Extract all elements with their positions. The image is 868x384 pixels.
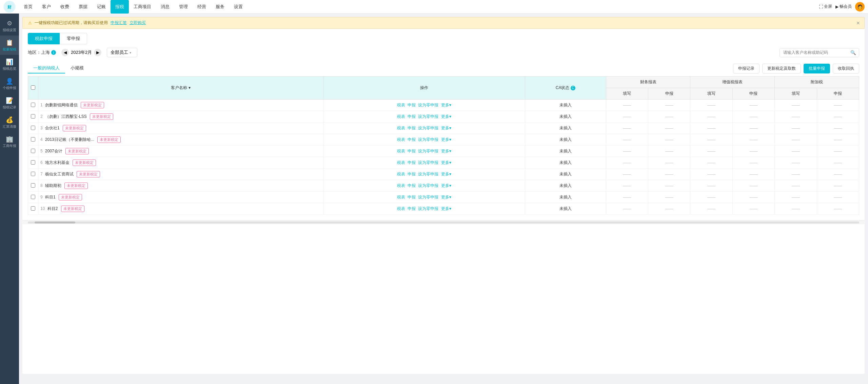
collect-return-button[interactable]: 收取回执 — [833, 64, 859, 73]
sidebar-item-tax-settings[interactable]: ⚙ 报税设置 — [0, 16, 19, 36]
row-op-more[interactable]: 更多▾ — [441, 126, 451, 130]
row-checkbox-5[interactable] — [31, 160, 35, 165]
select-all-checkbox[interactable] — [31, 85, 35, 90]
row-op-declare[interactable]: 申报 — [408, 195, 416, 199]
row-op-declare[interactable]: 申报 — [408, 172, 416, 176]
banner-buy-link[interactable]: 立即购买 — [130, 20, 146, 26]
row-op-zero-declare[interactable]: 设为零申报 — [418, 172, 438, 176]
sidebar-item-annual-settlement[interactable]: 💰 汇算清缴 — [0, 113, 19, 132]
row-checkbox-9[interactable] — [31, 206, 35, 211]
sidebar-item-personal-tax[interactable]: 👤 个税申报 — [0, 74, 19, 93]
row-op-tax-table[interactable]: 税表 — [397, 103, 405, 107]
row-op-zero-declare[interactable]: 设为零申报 — [418, 183, 438, 188]
row-op-tax-table[interactable]: 税表 — [397, 183, 405, 188]
table-header-financial-declare: 申报 — [648, 88, 690, 100]
sort-icon[interactable]: ▾ — [189, 85, 191, 90]
row-op-declare[interactable]: 申报 — [408, 126, 416, 130]
row-op-zero-declare[interactable]: 设为零申报 — [418, 195, 438, 199]
row-op-tax-table[interactable]: 税表 — [397, 149, 405, 153]
date-next-button[interactable]: ▶ — [94, 49, 101, 56]
tab-zero-declare[interactable]: 零申报 — [60, 33, 87, 44]
row-op-declare[interactable]: 申报 — [408, 160, 416, 165]
row-op-tax-table[interactable]: 税表 — [397, 126, 405, 130]
nav-item-service[interactable]: 服务 — [211, 0, 229, 14]
row-op-tax-table[interactable]: 税表 — [397, 160, 405, 165]
nav-item-client[interactable]: 客户 — [37, 0, 56, 14]
row-op-zero-declare[interactable]: 设为零申报 — [418, 206, 438, 211]
row-op-tax-table[interactable]: 税表 — [397, 137, 405, 142]
nav-item-operation[interactable]: 经营 — [193, 0, 211, 14]
nav-item-tax[interactable]: 报税 — [111, 0, 129, 14]
row-op-more[interactable]: 更多▾ — [441, 103, 451, 107]
row-checkbox-2[interactable] — [31, 126, 35, 130]
nav-item-bookkeeping[interactable]: 记账 — [92, 0, 111, 14]
nav-item-home[interactable]: 首页 — [19, 0, 37, 14]
batch-declare-button[interactable]: 批量申报 — [804, 64, 830, 73]
row-op-zero-declare[interactable]: 设为零申报 — [418, 137, 438, 142]
ca-info-icon[interactable]: C — [571, 86, 575, 90]
sub-tab-small-scale[interactable]: 小规模 — [65, 63, 89, 73]
row-add-fill: —— — [775, 111, 817, 123]
row-op-tax-table[interactable]: 税表 — [397, 114, 405, 119]
update-tax-button[interactable]: 更新税定及取数 — [762, 64, 801, 73]
search-button[interactable]: 🔍 — [848, 48, 859, 57]
row-op-declare[interactable]: 申报 — [408, 206, 416, 211]
row-op-more[interactable]: 更多▾ — [441, 137, 451, 142]
nav-item-message[interactable]: 消息 — [156, 0, 174, 14]
row-op-zero-declare[interactable]: 设为零申报 — [418, 114, 438, 119]
row-op-zero-declare[interactable]: 设为零申报 — [418, 126, 438, 130]
nav-item-manage[interactable]: 管理 — [174, 0, 193, 14]
fullscreen-button[interactable]: ⛶ 全屏 — [819, 4, 832, 9]
row-op-tax-table[interactable]: 税表 — [397, 195, 405, 199]
search-input[interactable] — [780, 48, 848, 57]
row-checkbox-1[interactable] — [31, 114, 35, 119]
row-op-more[interactable]: 更多▾ — [441, 206, 451, 211]
row-op-more[interactable]: 更多▾ — [441, 172, 451, 176]
employee-filter[interactable]: 全部员工 ▾ — [107, 48, 137, 57]
avatar[interactable]: 🧑 — [855, 2, 865, 12]
date-prev-button[interactable]: ◀ — [61, 49, 69, 56]
row-op-more[interactable]: 更多▾ — [441, 114, 451, 119]
row-checkbox-4[interactable] — [31, 149, 35, 153]
banner-close-button[interactable]: ✕ — [856, 20, 860, 26]
row-op-more[interactable]: 更多▾ — [441, 183, 451, 188]
row-op-more[interactable]: 更多▾ — [441, 149, 451, 153]
row-op-declare[interactable]: 申报 — [408, 183, 416, 188]
row-op-zero-declare[interactable]: 设为零申报 — [418, 103, 438, 107]
sidebar-item-tax-overview[interactable]: 📊 报税总览 — [0, 55, 19, 74]
nav-item-billing[interactable]: 收费 — [56, 0, 74, 14]
row-op-declare[interactable]: 申报 — [408, 149, 416, 153]
row-checkbox-6[interactable] — [31, 172, 35, 176]
declare-record-button[interactable]: 申报记录 — [733, 64, 760, 73]
nav-item-settings[interactable]: 设置 — [229, 0, 248, 14]
row-op-declare[interactable]: 申报 — [408, 103, 416, 107]
tab-tax-declare[interactable]: 税款申报 — [28, 33, 60, 44]
row-op-declare[interactable]: 申报 — [408, 137, 416, 142]
row-checkbox-3[interactable] — [31, 137, 35, 142]
nav-item-invoice[interactable]: 票据 — [74, 0, 92, 14]
vip-button[interactable]: ▶ 畅会员 — [835, 4, 852, 9]
location-info-icon[interactable]: i — [51, 50, 56, 55]
logo-icon[interactable]: 财 — [3, 1, 16, 13]
row-op-zero-declare[interactable]: 设为零申报 — [418, 149, 438, 153]
row-op-declare[interactable]: 申报 — [408, 114, 416, 119]
sidebar-item-annual-report[interactable]: 🏢 工商年报 — [0, 132, 19, 151]
sidebar-item-batch-tax[interactable]: 📋 批量报税 — [0, 36, 19, 55]
sub-tab-general[interactable]: 一般的纳税人 — [28, 63, 65, 73]
row-op-tax-table[interactable]: 税表 — [397, 172, 405, 176]
row-checkbox-0[interactable] — [31, 103, 35, 107]
main-tab-bar: 税款申报 零申报 — [22, 29, 865, 44]
row-op-tax-table[interactable]: 税表 — [397, 206, 405, 211]
sidebar-item-tax-record[interactable]: 📝 报税记录 — [0, 93, 19, 113]
location-filter[interactable]: 地区：上海 i — [28, 49, 56, 56]
nav-item-business[interactable]: 工商项目 — [129, 0, 156, 14]
horizontal-scrollbar[interactable] — [22, 220, 865, 224]
row-financial-declare: —— — [648, 180, 690, 192]
row-op-zero-declare[interactable]: 设为零申报 — [418, 160, 438, 165]
scroll-thumb[interactable] — [35, 221, 75, 223]
row-op-more[interactable]: 更多▾ — [441, 195, 451, 199]
banner-apply-link[interactable]: 申报汇签 — [111, 20, 127, 26]
row-checkbox-7[interactable] — [31, 183, 35, 188]
row-op-more[interactable]: 更多▾ — [441, 160, 451, 165]
row-checkbox-8[interactable] — [31, 195, 35, 199]
